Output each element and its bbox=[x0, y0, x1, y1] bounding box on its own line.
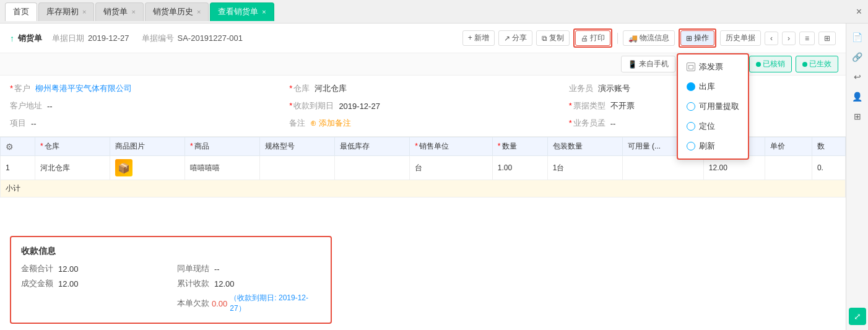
from-phone-button[interactable]: 📱 来自手机 bbox=[621, 56, 675, 72]
phone-icon: 📱 bbox=[628, 60, 637, 69]
tab-home[interactable]: 首页 bbox=[5, 2, 37, 21]
no-label: 单据编号 bbox=[142, 33, 174, 44]
product-image: 📦 bbox=[115, 159, 132, 176]
row-other: 0. bbox=[812, 156, 845, 180]
amount-total-row: 金额合计 12.00 bbox=[21, 263, 165, 274]
tab-view-sales-close[interactable]: × bbox=[262, 8, 266, 15]
row-min-stock bbox=[335, 156, 410, 180]
tab-inventory-init[interactable]: 库存期初 × bbox=[38, 2, 94, 21]
print-highlight: 🖨 打印 bbox=[573, 28, 612, 48]
sidebar-return-icon[interactable]: ↩ bbox=[849, 68, 866, 85]
col-settings[interactable]: ⚙ bbox=[1, 137, 35, 156]
circle-icon bbox=[687, 82, 695, 91]
customer-field: 客户 柳州粤港平安气体有限公司 bbox=[10, 83, 277, 94]
print-icon: 🖨 bbox=[581, 34, 588, 43]
deal-amount-row: 成交金额 12.00 bbox=[21, 278, 165, 289]
doc-date-field: 单据日期 2019-12-27 bbox=[52, 33, 129, 44]
nav-next-button[interactable]: › bbox=[782, 32, 796, 45]
subtotal-row: 小计 bbox=[1, 180, 846, 198]
dropdown-refresh[interactable]: 刷新 bbox=[678, 136, 748, 156]
operation-dropdown: □ 添发票 出库 可用量提取 定位 bbox=[677, 53, 749, 160]
tab-view-sales[interactable]: 查看销货单 × bbox=[210, 2, 274, 21]
copy-icon: ⧉ bbox=[542, 34, 547, 43]
col-img: 商品图片 bbox=[110, 137, 184, 156]
payment-title: 收款信息 bbox=[21, 246, 321, 257]
dropdown-locate[interactable]: 定位 bbox=[678, 116, 748, 136]
no-value: SA-20191227-001 bbox=[178, 33, 243, 43]
same-order-value: -- bbox=[214, 264, 220, 274]
address-field: 客户地址 -- bbox=[10, 100, 277, 111]
tab-sales-history-close[interactable]: × bbox=[197, 8, 201, 15]
new-button[interactable]: + 新增 bbox=[462, 30, 495, 46]
owed-value: 0.00 bbox=[212, 299, 227, 308]
right-sidebar: 📄 🔗 ↩ 👤 ⊞ ⤢ bbox=[846, 24, 868, 330]
deal-amount-value: 12.00 bbox=[58, 279, 79, 289]
note-add-button[interactable]: ⊕ 添加备注 bbox=[310, 118, 351, 129]
owed-row: 本单欠款 0.00 （收款到期日: 2019-12-27） bbox=[177, 293, 321, 314]
sidebar-link-icon[interactable]: 🔗 bbox=[849, 48, 866, 66]
due-date-label: 收款到期日 bbox=[289, 100, 334, 111]
row-product: 嘻嘻嘻嘻 bbox=[185, 156, 260, 180]
locate-icon bbox=[687, 122, 695, 131]
window-close[interactable]: × bbox=[856, 6, 862, 17]
sales-order-icon: ↑ bbox=[10, 33, 14, 43]
dropdown-add-invoice[interactable]: □ 添发票 bbox=[678, 57, 748, 77]
sidebar-doc-icon[interactable]: 📄 bbox=[849, 28, 866, 46]
operator-label: 业务员 bbox=[569, 83, 593, 94]
circle-empty-icon bbox=[687, 102, 695, 111]
row-spec bbox=[260, 156, 335, 180]
col-product: 商品 bbox=[185, 137, 260, 156]
sidebar-grid-icon[interactable]: ⊞ bbox=[849, 108, 866, 125]
dropdown-available-qty[interactable]: 可用量提取 bbox=[678, 97, 748, 116]
col-other: 数 bbox=[812, 137, 845, 156]
same-order-row: 同单现结 -- bbox=[177, 263, 321, 274]
row-no: 1 bbox=[1, 156, 35, 180]
same-order-label: 同单现结 bbox=[177, 263, 209, 274]
doc-title: ↑ 销货单 bbox=[10, 33, 42, 44]
sidebar-expand-icon[interactable]: ⤢ bbox=[849, 308, 866, 325]
warehouse-value: 河北仓库 bbox=[315, 83, 347, 94]
sidebar-user-icon[interactable]: 👤 bbox=[849, 88, 866, 105]
salesperson-label: 业务员孟 bbox=[569, 118, 605, 129]
print-button[interactable]: 🖨 打印 bbox=[575, 30, 610, 46]
due-date-value: 2019-12-27 bbox=[339, 102, 380, 111]
square-icon: □ bbox=[687, 63, 695, 71]
date-label: 单据日期 bbox=[52, 33, 84, 44]
col-unit: 销售单位 bbox=[410, 137, 493, 156]
warehouse-field: 仓库 河北仓库 bbox=[289, 83, 556, 94]
col-qty: 数量 bbox=[492, 137, 547, 156]
payment-grid: 金额合计 12.00 同单现结 -- 成交金额 12.00 累计收款 12.00 bbox=[21, 263, 321, 314]
view-list-button[interactable]: ≡ bbox=[799, 32, 815, 45]
copy-button[interactable]: ⧉ 复制 bbox=[536, 30, 570, 46]
doc-meta: 单据日期 2019-12-27 单据编号 SA-20191227-001 bbox=[52, 33, 243, 44]
row-warehouse: 河北仓库 bbox=[35, 156, 110, 180]
col-price: 单价 bbox=[765, 137, 812, 156]
ticket-type-label: 票据类型 bbox=[569, 100, 605, 111]
dropdown-outbound[interactable]: 出库 bbox=[678, 77, 748, 97]
tab-inventory-init-close[interactable]: × bbox=[82, 8, 86, 15]
cancel-sale-button[interactable]: 已核销 bbox=[749, 56, 792, 72]
tab-sales-history[interactable]: 销货单历史 × bbox=[145, 2, 209, 21]
tab-sales-order-close[interactable]: × bbox=[131, 8, 135, 15]
due-date-note: （收款到期日: 2019-12-27） bbox=[230, 293, 321, 314]
customer-value[interactable]: 柳州粤港平安气体有限公司 bbox=[35, 83, 132, 94]
col-min-stock: 最低库存 bbox=[335, 137, 410, 156]
row-pack-qty: 1台 bbox=[547, 156, 622, 180]
logistics-button[interactable]: 🚚 物流信息 bbox=[623, 30, 675, 46]
effective-button[interactable]: 已生效 bbox=[796, 56, 838, 72]
grid-icon: ⊞ bbox=[686, 34, 692, 43]
row-unit: 台 bbox=[410, 156, 493, 180]
green-dot-cancel bbox=[756, 62, 761, 67]
project-value: -- bbox=[31, 119, 37, 128]
view-grid-button[interactable]: ⊞ bbox=[818, 32, 836, 45]
refresh-icon bbox=[687, 142, 695, 150]
tab-sales-order[interactable]: 销货单 × bbox=[95, 2, 143, 21]
operation-button[interactable]: ⊞ 操作 bbox=[680, 30, 714, 46]
nav-prev-button[interactable]: ‹ bbox=[765, 32, 778, 45]
tab-bar: 首页 库存期初 × 销货单 × 销货单历史 × 查看销货单 × × bbox=[0, 0, 868, 24]
owed-label: 本单欠款 bbox=[177, 298, 209, 309]
share-button[interactable]: ↗ 分享 bbox=[498, 30, 532, 46]
history-button[interactable]: 历史单据 bbox=[720, 30, 761, 46]
operator-value: 演示账号 bbox=[598, 83, 630, 94]
address-label: 客户地址 bbox=[10, 100, 42, 111]
